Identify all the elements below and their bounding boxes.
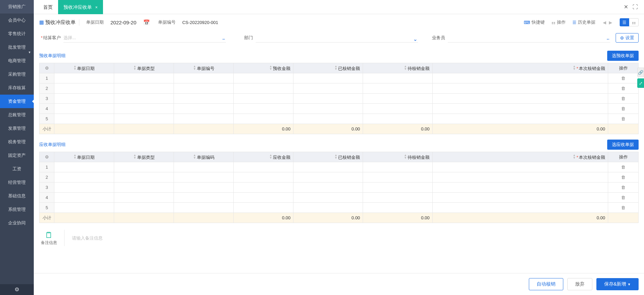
- sidebar-settings-button[interactable]: ⚙: [0, 284, 34, 295]
- shortcut-button[interactable]: ⌨快捷键: [524, 19, 545, 25]
- sidebar-item-basic-info[interactable]: 基础信息: [0, 189, 34, 203]
- sidebar-item-fixed-assets[interactable]: 固定资产: [0, 149, 34, 162]
- col-prepay-amt[interactable]: ▲▼预收金额: [234, 63, 293, 73]
- select-prepay-button[interactable]: 选预收单据: [607, 51, 639, 61]
- sidebar-item-label: 批发管理: [8, 45, 26, 50]
- main-area: 首页 预收冲应收单 × ✕ ⛶ ▦ 预收冲应收单 单据日期 2022-09-20…: [34, 0, 644, 295]
- sidebar-item-salary[interactable]: 工资: [0, 162, 34, 176]
- sidebar-item-business[interactable]: 经营管理: [0, 176, 34, 189]
- remarks-input[interactable]: [70, 233, 639, 243]
- close-all-button[interactable]: ✕: [621, 4, 630, 10]
- sidebar-item-wholesale[interactable]: 批发管理▼: [0, 41, 34, 54]
- sidebar-item-ledger[interactable]: 总账管理: [0, 108, 34, 122]
- col-written-amt[interactable]: ▲▼已核销金额: [293, 63, 363, 73]
- sidebar-item-marketing[interactable]: 营销推广: [0, 0, 34, 14]
- col-this-amt[interactable]: ▲▼*本次核销金额: [433, 63, 608, 73]
- fullscreen-button[interactable]: ⛶: [630, 4, 640, 10]
- more-icon[interactable]: ···: [222, 34, 225, 44]
- sidebar-item-retail-stats[interactable]: 零售统计: [0, 27, 34, 41]
- delete-row-button[interactable]: 🗑: [608, 203, 639, 213]
- prev-button[interactable]: ◀: [602, 19, 607, 26]
- select-receivable-button[interactable]: 选应收单据: [607, 140, 639, 150]
- col-this-amt[interactable]: ▲▼*本次核销金额: [433, 152, 608, 162]
- sidebar-item-invoice[interactable]: 发票管理: [0, 122, 34, 135]
- col-written-amt[interactable]: ▲▼已核销金额: [293, 152, 363, 162]
- operation-button[interactable]: ⚏操作: [551, 19, 566, 25]
- col-doc-code[interactable]: ▲▼单据编码: [174, 152, 234, 162]
- sidebar-item-inventory[interactable]: 库存核算: [0, 81, 34, 95]
- sidebar-item-enterprise[interactable]: 企业协同: [0, 216, 34, 230]
- sidebar-item-member[interactable]: 会员中心: [0, 14, 34, 27]
- col-doc-date[interactable]: ▲▼单据日期: [54, 63, 114, 73]
- col-receivable-amt[interactable]: ▲▼应收金额: [234, 152, 293, 162]
- sidebar-item-label: 发票管理: [8, 126, 26, 131]
- delete-row-button[interactable]: 🗑: [608, 104, 639, 114]
- sidebar-item-purchase[interactable]: 采购管理: [0, 68, 34, 81]
- sidebar-item-label: 企业协同: [8, 220, 26, 225]
- auto-writeoff-button[interactable]: 自动核销: [529, 278, 563, 290]
- dept-input[interactable]: ⌄: [256, 33, 418, 43]
- subtotal-label: 小计: [40, 124, 54, 134]
- chevron-down-icon[interactable]: ⌄: [413, 34, 417, 44]
- close-icon[interactable]: ×: [95, 5, 98, 10]
- table-row[interactable]: 2🗑: [40, 172, 639, 182]
- col-doc-no[interactable]: ▲▼单据编号: [174, 63, 234, 73]
- note-icon: 🗒: [39, 230, 59, 240]
- table-row[interactable]: 1🗑: [40, 162, 639, 172]
- tab-home[interactable]: 首页: [38, 0, 58, 14]
- table-row[interactable]: 3🗑: [40, 94, 639, 104]
- trash-icon: 🗑: [621, 175, 625, 180]
- delete-row-button[interactable]: 🗑: [608, 73, 639, 83]
- delete-row-button[interactable]: 🗑: [608, 83, 639, 94]
- delete-row-button[interactable]: 🗑: [608, 94, 639, 104]
- calendar-icon[interactable]: 📅: [143, 19, 150, 26]
- abandon-button[interactable]: 放弃: [567, 278, 592, 290]
- table-row[interactable]: 1🗑: [40, 73, 639, 83]
- float-expand-button[interactable]: ⤢: [637, 78, 644, 88]
- float-link-button[interactable]: 🔗: [637, 68, 644, 77]
- col-doc-type[interactable]: ▲▼单据类型: [114, 152, 174, 162]
- delete-row-button[interactable]: 🗑: [608, 114, 639, 124]
- more-icon[interactable]: ···: [607, 34, 609, 44]
- history-button[interactable]: ☰历史单据: [572, 19, 595, 25]
- delete-row-button[interactable]: 🗑: [608, 172, 639, 182]
- sales-input[interactable]: ···: [448, 33, 610, 43]
- sort-icon: ▲▼: [573, 65, 576, 70]
- table-config-button[interactable]: ⚙: [40, 63, 54, 73]
- delete-row-button[interactable]: 🗑: [608, 162, 639, 172]
- table-row[interactable]: 4🗑: [40, 104, 639, 114]
- trash-icon: 🗑: [621, 76, 625, 81]
- col-pending-amt[interactable]: ▲▼待核销金额: [363, 152, 433, 162]
- table-row[interactable]: 5🗑: [40, 203, 639, 213]
- table-row[interactable]: 2🗑: [40, 83, 639, 94]
- sort-icon: ▲▼: [74, 154, 77, 159]
- next-button[interactable]: ▶: [608, 19, 613, 26]
- view-list-button[interactable]: ☰: [620, 18, 629, 26]
- customer-input[interactable]: 选择... ···: [63, 33, 226, 43]
- gear-icon: ⚙: [15, 287, 19, 292]
- table-row[interactable]: 5🗑: [40, 114, 639, 124]
- date-value: 2022-09-20: [110, 20, 136, 25]
- settings-button[interactable]: ⚙设置: [616, 33, 639, 43]
- table-config-button[interactable]: ⚙: [40, 152, 54, 162]
- table-row[interactable]: 4🗑: [40, 193, 639, 203]
- col-doc-type[interactable]: ▲▼单据类型: [114, 63, 174, 73]
- remarks-area: 🗒 备注信息: [39, 230, 639, 246]
- sidebar-item-label: 会员中心: [8, 18, 26, 23]
- table-row[interactable]: 3🗑: [40, 182, 639, 193]
- subtotal-pending: 0.00: [363, 124, 433, 134]
- subtotal-row: 小计 0.00 0.00 0.00 0.00: [40, 124, 639, 134]
- col-doc-date[interactable]: ▲▼单据日期: [54, 152, 114, 162]
- sidebar-item-tax[interactable]: 税务管理: [0, 135, 34, 149]
- tab-prepay-receivable[interactable]: 预收冲应收单 ×: [58, 0, 103, 14]
- sidebar-item-system[interactable]: 系统管理: [0, 203, 34, 216]
- sort-icon: ▲▼: [133, 65, 136, 70]
- col-pending-amt[interactable]: ▲▼待核销金额: [363, 63, 433, 73]
- sidebar-item-funds[interactable]: 资金管理: [0, 95, 34, 108]
- delete-row-button[interactable]: 🗑: [608, 193, 639, 203]
- save-new-button[interactable]: 保存&新增▼: [596, 278, 639, 290]
- view-grid-button[interactable]: ⚏: [629, 18, 639, 26]
- sidebar-item-ecommerce[interactable]: 电商管理: [0, 54, 34, 68]
- col-action: 操作: [608, 63, 639, 73]
- delete-row-button[interactable]: 🗑: [608, 182, 639, 193]
